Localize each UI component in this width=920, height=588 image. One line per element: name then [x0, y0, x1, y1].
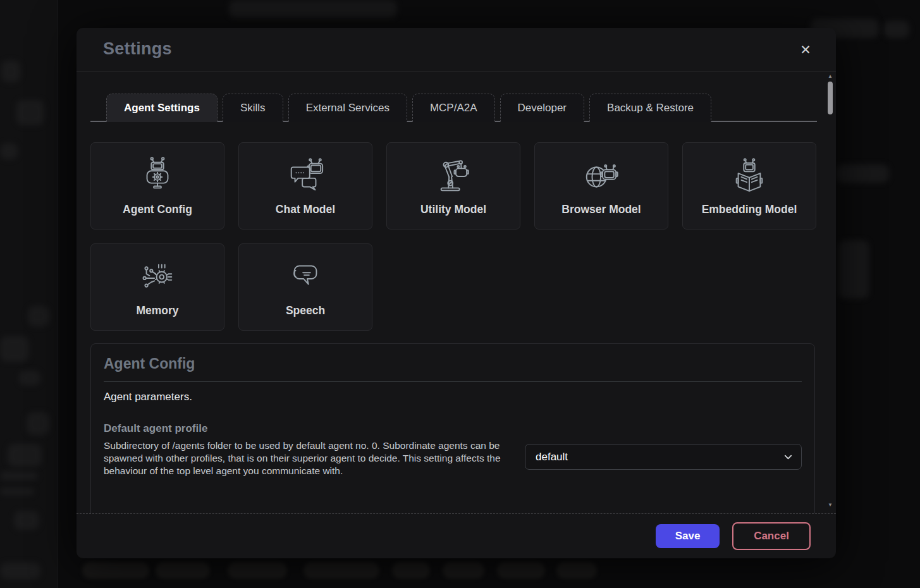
card-chat-model[interactable]: Chat Model — [238, 142, 372, 230]
modal-title: Settings — [103, 39, 172, 59]
card-browser-model[interactable]: Browser Model — [534, 142, 668, 230]
tab-external-services[interactable]: External Services — [288, 94, 407, 122]
dimmed-sidebar — [0, 0, 57, 588]
chat-model-icon — [281, 156, 330, 195]
speech-icon — [281, 257, 330, 297]
dimmed-toolbar-pill — [556, 562, 597, 579]
scrollbar-thumb[interactable] — [828, 82, 833, 114]
save-button[interactable]: Save — [656, 524, 720, 548]
close-icon[interactable]: ✕ — [795, 40, 816, 60]
dimmed-sidebar-item — [0, 472, 38, 480]
scroll-up-icon[interactable]: ▲ — [826, 73, 835, 80]
card-label: Speech — [286, 304, 325, 317]
dimmed-toolbar-pill — [443, 562, 484, 579]
browser-model-icon — [577, 156, 626, 195]
dimmed-sidebar-item — [19, 371, 40, 386]
embedding-model-icon — [725, 156, 774, 195]
card-utility-model[interactable]: Utility Model — [386, 142, 520, 230]
dimmed-sidebar-item — [14, 511, 39, 530]
dimmed-sidebar-item — [16, 100, 44, 125]
dimmed-header-item — [884, 21, 909, 38]
modal-scrollbar[interactable]: ▲ ▼ — [826, 73, 835, 509]
dimmed-panel-item — [838, 240, 869, 298]
card-agent-config[interactable]: Agent Config — [90, 142, 224, 230]
agent-config-icon — [133, 156, 182, 195]
dimmed-toolbar-pill — [156, 562, 210, 579]
tab-skills[interactable]: Skills — [223, 94, 283, 122]
card-label: Browser Model — [561, 203, 641, 216]
dimmed-sidebar-item — [1, 61, 20, 82]
field-label: Default agent profile — [104, 422, 512, 435]
section-title: Agent Config — [104, 354, 802, 373]
dimmed-sidebar-item — [27, 412, 49, 435]
dimmed-toolbar-pill — [497, 562, 545, 579]
cancel-button[interactable]: Cancel — [732, 522, 811, 550]
modal-footer: Save Cancel — [77, 513, 836, 558]
card-label: Embedding Model — [702, 203, 797, 216]
dimmed-sidebar-item — [0, 488, 34, 495]
sidebar-divider — [57, 0, 58, 588]
tab-mcp-a2a[interactable]: MCP/A2A — [412, 94, 495, 122]
modal-content: Agent SettingsSkillsExternal ServicesMCP… — [77, 71, 836, 513]
dimmed-sidebar-item — [28, 306, 49, 326]
dimmed-toolbar-pill — [304, 562, 379, 579]
field-description: Subdirectory of /agents folder to be use… — [104, 439, 512, 477]
field-default-agent-profile: Default agent profile Subdirectory of /a… — [104, 422, 802, 477]
card-label: Agent Config — [123, 203, 192, 216]
utility-model-icon — [429, 156, 478, 195]
tabbar: Agent SettingsSkillsExternal ServicesMCP… — [106, 94, 711, 122]
dimmed-panel-item — [836, 164, 889, 183]
card-label: Memory — [136, 304, 178, 317]
section-subtitle: Agent parameters. — [104, 391, 802, 403]
card-label: Chat Model — [276, 203, 335, 216]
card-memory[interactable]: Memory — [90, 243, 224, 331]
tab-backup-restore[interactable]: Backup & Restore — [589, 94, 711, 122]
tab-agent-settings[interactable]: Agent Settings — [106, 94, 218, 122]
card-embedding-model[interactable]: Embedding Model — [682, 142, 816, 230]
dimmed-toolbar-pill — [228, 562, 287, 579]
default-agent-profile-select[interactable]: default — [525, 444, 802, 470]
dimmed-toolbar-pill — [82, 562, 149, 579]
dimmed-sidebar-item — [8, 444, 42, 467]
modal-header: Settings ✕ — [77, 28, 836, 71]
memory-icon — [133, 257, 182, 297]
dimmed-toolbar-pill — [392, 562, 430, 579]
dimmed-sidebar-item — [0, 143, 18, 159]
tab-developer[interactable]: Developer — [500, 94, 585, 122]
dimmed-sidebar-item — [0, 563, 40, 579]
settings-modal: Settings ✕ Agent SettingsSkillsExternal … — [77, 28, 836, 558]
scroll-down-icon[interactable]: ▼ — [826, 501, 835, 509]
card-speech[interactable]: Speech — [238, 243, 372, 331]
dimmed-topbar-item — [229, 0, 397, 18]
card-label: Utility Model — [420, 203, 486, 216]
agent-config-section: Agent Config Agent parameters. Default a… — [90, 343, 815, 513]
section-divider — [104, 381, 802, 382]
dimmed-sidebar-item — [0, 336, 29, 362]
settings-card-grid: Agent Config Chat Model Utility Model Br… — [90, 142, 816, 331]
